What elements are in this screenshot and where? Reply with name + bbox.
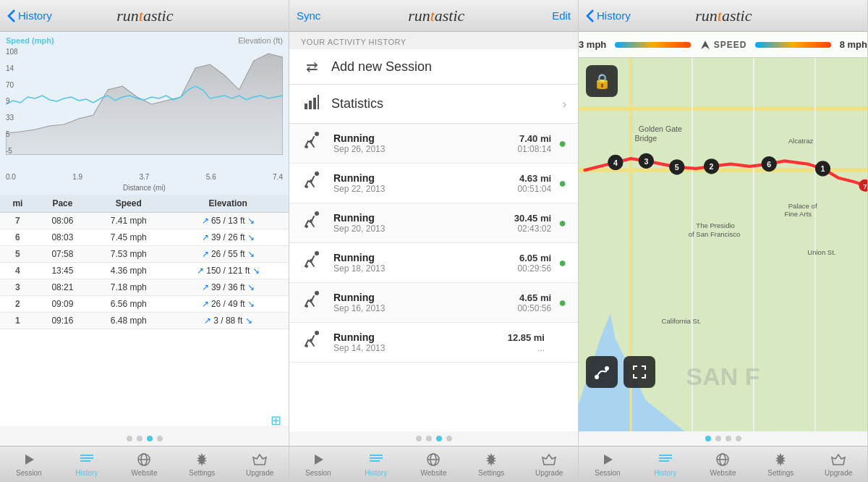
cell-mi: 4 <box>0 263 35 279</box>
left-back-button[interactable]: History <box>7 9 52 23</box>
left-back-label: History <box>18 9 52 22</box>
table-row[interactable]: 6 08:03 7.45 mph ↗ 39 / 26 ft ↘ <box>0 229 289 246</box>
tab-session[interactable]: Session <box>0 447 58 482</box>
activity-icon <box>301 211 326 235</box>
list-item[interactable]: Running Sep 20, 2013 30.45 mi 02:43:02 ● <box>289 203 578 243</box>
svg-text:5: 5 <box>675 163 679 172</box>
table-row[interactable]: 1 09:16 6.48 mph ↗ 3 / 88 ft ↘ <box>0 313 289 329</box>
table-icon[interactable]: ⊞ <box>271 413 281 428</box>
expand-button[interactable] <box>624 356 655 388</box>
dot-2[interactable] <box>137 436 142 441</box>
cell-elev: ↗ 39 / 36 ft ↘ <box>168 279 289 296</box>
mid-dot-2[interactable] <box>426 436 432 441</box>
activity-badge: ● <box>558 176 566 191</box>
right-dot-1[interactable] <box>705 436 711 441</box>
svg-rect-2 <box>80 454 93 456</box>
dot-3[interactable] <box>147 436 153 441</box>
svg-point-72 <box>595 376 598 379</box>
activity-icon <box>301 131 326 156</box>
tab-history[interactable]: History <box>58 447 116 482</box>
list-item[interactable]: Running Sep 22, 2013 4.63 mi 00:51:04 ● <box>289 164 578 203</box>
speed-min: 3 mph <box>579 39 606 50</box>
act-date: Sep 20, 2013 <box>333 224 507 234</box>
col-elevation: Elevation <box>168 195 289 213</box>
speed-label: Speed (mph) <box>6 36 54 45</box>
map-area[interactable]: 3 mph SPEED 8 mph 4 <box>579 32 867 431</box>
svg-text:Bridge: Bridge <box>634 134 657 143</box>
table-row[interactable]: 7 08:06 7.41 mph ↗ 65 / 13 ft ↘ <box>0 213 289 229</box>
cell-elev: ↗ 150 / 121 ft ↘ <box>168 263 289 279</box>
add-session-item[interactable]: ⇄ Add new Session <box>289 49 578 85</box>
mid-tab-bar: Session History Website Settings Upgrade <box>289 446 578 482</box>
table-row[interactable]: 5 07:58 7.53 mph ↗ 26 / 55 ft ↘ <box>0 246 289 263</box>
cell-pace: 13:45 <box>35 263 90 279</box>
section-header: YOUR ACTIVITY HISTORY <box>289 32 578 49</box>
act-date: Sep 18, 2013 <box>333 263 510 274</box>
right-back-button[interactable]: History <box>586 9 631 23</box>
svg-text:The Presidio: The Presidio <box>696 221 735 229</box>
dot-4[interactable] <box>157 436 163 441</box>
svg-point-18 <box>310 179 312 182</box>
statistics-item[interactable]: Statistics › <box>289 85 578 124</box>
mid-tab-history[interactable]: History <box>347 447 405 482</box>
act-dist: 7.40 mi <box>517 133 551 144</box>
mid-tab-upgrade[interactable]: Upgrade <box>520 447 578 482</box>
tab-upgrade[interactable]: Upgrade <box>231 447 289 482</box>
mid-tab-website[interactable]: Website <box>405 447 463 482</box>
list-item[interactable]: Running Sep 18, 2013 6.05 mi 00:29:56 ● <box>289 243 578 283</box>
cell-pace: 09:09 <box>35 296 90 313</box>
right-tab-website[interactable]: Website <box>694 447 752 482</box>
mid-dot-3[interactable] <box>436 436 442 441</box>
mid-tab-session[interactable]: Session <box>289 447 347 482</box>
col-pace: Pace <box>35 195 90 213</box>
activity-info: Running Sep 18, 2013 <box>333 252 510 274</box>
right-tab-session[interactable]: Session <box>579 447 637 482</box>
svg-rect-33 <box>370 457 383 459</box>
activity-stats: 4.65 mi 00:50:56 <box>517 292 551 313</box>
table-row[interactable]: 3 08:21 7.18 mph ↗ 39 / 36 ft ↘ <box>0 279 289 296</box>
right-tab-history[interactable]: History <box>637 447 694 482</box>
act-time: 00:29:56 <box>517 263 551 274</box>
act-dist: 4.65 mi <box>517 292 551 303</box>
list-item[interactable]: Running Sep 14, 2013 12.85 mi ... <box>289 323 578 363</box>
svg-text:1: 1 <box>821 164 825 173</box>
table-row[interactable]: 2 09:09 6.56 mph ↗ 26 / 49 ft ↘ <box>0 296 289 313</box>
left-pagination <box>0 431 289 446</box>
tab-website[interactable]: Website <box>116 447 174 482</box>
route-button[interactable] <box>586 356 618 388</box>
act-type: Running <box>333 172 510 184</box>
list-item[interactable]: Running Sep 26, 2013 7.40 mi 01:08:14 ● <box>289 124 578 164</box>
right-tab-settings[interactable]: Settings <box>752 447 809 482</box>
cell-speed: 7.18 mph <box>90 279 168 296</box>
svg-rect-12 <box>318 95 319 109</box>
svg-rect-9 <box>305 103 307 109</box>
svg-point-14 <box>305 145 308 148</box>
mid-dot-1[interactable] <box>416 436 422 441</box>
table-row[interactable]: 4 13:45 4.36 mph ↗ 150 / 121 ft ↘ <box>0 263 289 279</box>
mid-dot-4[interactable] <box>446 436 452 441</box>
right-tab-upgrade[interactable]: Upgrade <box>809 447 867 482</box>
lock-button[interactable]: 🔒 <box>586 65 618 97</box>
right-dot-4[interactable] <box>736 436 741 441</box>
svg-rect-32 <box>370 454 383 456</box>
sync-button[interactable]: Sync <box>297 9 320 22</box>
tab-settings[interactable]: Settings <box>173 447 231 482</box>
chart-labels-top: Speed (mph) Elevation (ft) <box>6 36 283 45</box>
right-dot-2[interactable] <box>715 436 721 441</box>
dot-1[interactable] <box>127 436 132 441</box>
cell-speed: 7.45 mph <box>90 229 168 246</box>
list-item[interactable]: Running Sep 16, 2013 4.65 mi 00:50:56 ● <box>289 283 578 323</box>
cell-speed: 6.56 mph <box>90 296 168 313</box>
edit-button[interactable]: Edit <box>552 9 571 22</box>
right-dot-3[interactable] <box>726 436 731 441</box>
activity-icon <box>301 330 326 355</box>
mid-tab-settings[interactable]: Settings <box>462 447 520 482</box>
right-pagination <box>579 431 867 446</box>
svg-rect-3 <box>80 457 93 459</box>
activity-list: Running Sep 26, 2013 7.40 mi 01:08:14 ● … <box>289 124 578 431</box>
act-time: 00:50:56 <box>517 303 551 313</box>
svg-rect-10 <box>309 101 312 109</box>
svg-point-29 <box>305 344 308 347</box>
svg-text:Golden Gate: Golden Gate <box>639 124 682 133</box>
mid-nav-bar: Sync runtastic Edit <box>289 0 578 32</box>
